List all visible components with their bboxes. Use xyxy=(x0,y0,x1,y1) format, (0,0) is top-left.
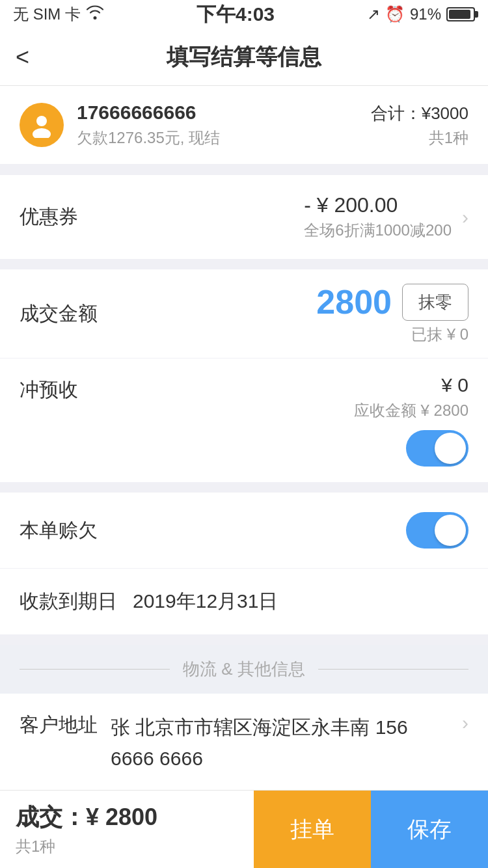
no-sim-label: 无 SIM 卡 xyxy=(13,4,81,25)
section-divider-3 xyxy=(0,634,488,645)
customer-total: 合计：¥3000 共1种 xyxy=(371,102,468,148)
due-date-row: 收款到期日 2019年12月31日 xyxy=(0,568,488,634)
bottom-amount: ¥ 2800 xyxy=(86,804,157,830)
customer-details: 17666666666 欠款1276.35元, 现结 xyxy=(77,102,220,148)
status-left: 无 SIM 卡 xyxy=(13,4,104,25)
credit-row: 本单赊欠 xyxy=(0,493,488,568)
svg-point-1 xyxy=(33,128,51,138)
customer-left: 17666666666 欠款1276.35元, 现结 xyxy=(20,102,220,148)
bottom-label: 成交： xyxy=(16,804,86,830)
amount-row: 成交金额 2800 抹零 已抹 ¥ 0 xyxy=(0,269,488,358)
due-date-value: 2019年12月31日 xyxy=(133,588,278,615)
status-right: ↗ ⏰ 91% xyxy=(367,5,475,23)
section-divider-2 xyxy=(0,482,488,493)
round-button[interactable]: 抹零 xyxy=(402,284,468,321)
customer-phone: 17666666666 xyxy=(77,102,220,124)
coupon-chevron-icon: › xyxy=(462,206,468,228)
prepay-toggle[interactable] xyxy=(406,430,468,467)
prepay-label: 冲预收 xyxy=(20,374,78,405)
address-row[interactable]: 客户地址 张 北京市市辖区海淀区永丰南 156 6666 6666 › xyxy=(0,694,488,793)
address-value: 张 北京市市辖区海淀区永丰南 156 6666 6666 xyxy=(111,712,455,774)
section-divider-1 xyxy=(0,259,488,269)
customer-debt: 欠款1276.35元, 现结 xyxy=(77,128,220,148)
save-button[interactable]: 保存 xyxy=(371,791,488,868)
credit-toggle[interactable] xyxy=(406,512,468,549)
prepay-amount: ¥ 0 xyxy=(441,374,468,396)
page-title: 填写结算等信息 xyxy=(167,42,321,72)
bottom-summary-amount: 成交：¥ 2800 xyxy=(16,802,238,834)
address-label: 客户地址 xyxy=(20,712,98,739)
wifi-icon xyxy=(86,5,104,23)
nav-bar: < 填写结算等信息 xyxy=(0,29,488,86)
prepay-sub: 应收金额 ¥ 2800 xyxy=(354,400,468,421)
bottom-summary: 成交：¥ 2800 共1种 xyxy=(0,791,254,868)
battery-icon xyxy=(446,7,475,21)
status-time: 下午4:03 xyxy=(197,1,275,28)
amount-label: 成交金额 xyxy=(20,301,98,327)
address-chevron-icon: › xyxy=(462,712,468,734)
location-icon: ↗ xyxy=(367,5,380,23)
battery-percent: 91% xyxy=(410,5,441,23)
due-date-label: 收款到期日 xyxy=(20,588,117,615)
amount-value: 2800 xyxy=(316,282,392,321)
coupon-desc: 全场6折满1000减200 xyxy=(304,220,452,241)
bottom-bar: 成交：¥ 2800 共1种 挂单 保存 xyxy=(0,790,488,868)
prepay-toggle-knob xyxy=(435,433,466,464)
coupon-discount: - ¥ 200.00 xyxy=(304,193,452,217)
svg-point-0 xyxy=(36,116,47,126)
customer-info-row: 17666666666 欠款1276.35元, 现结 合计：¥3000 共1种 xyxy=(0,86,488,165)
credit-label: 本单赊欠 xyxy=(20,517,98,544)
hold-button[interactable]: 挂单 xyxy=(254,791,371,868)
alarm-icon: ⏰ xyxy=(385,5,405,23)
coupon-label: 优惠券 xyxy=(20,204,78,230)
avatar xyxy=(20,103,64,147)
back-button[interactable]: < xyxy=(16,44,29,71)
logistics-title: 物流 & 其他信息 xyxy=(183,658,305,681)
credit-toggle-knob xyxy=(435,515,466,546)
total-count: 共1种 xyxy=(371,128,468,148)
amount-sub: 已抹 ¥ 0 xyxy=(316,324,468,345)
prepay-row: 冲预收 ¥ 0 应收金额 ¥ 2800 xyxy=(0,358,488,482)
total-label: 合计：¥3000 xyxy=(371,102,468,125)
logistics-header: 物流 & 其他信息 xyxy=(0,645,488,694)
status-bar: 无 SIM 卡 下午4:03 ↗ ⏰ 91% xyxy=(0,0,488,29)
bottom-count: 共1种 xyxy=(16,836,238,857)
coupon-row[interactable]: 优惠券 - ¥ 200.00 全场6折满1000减200 › xyxy=(0,175,488,259)
